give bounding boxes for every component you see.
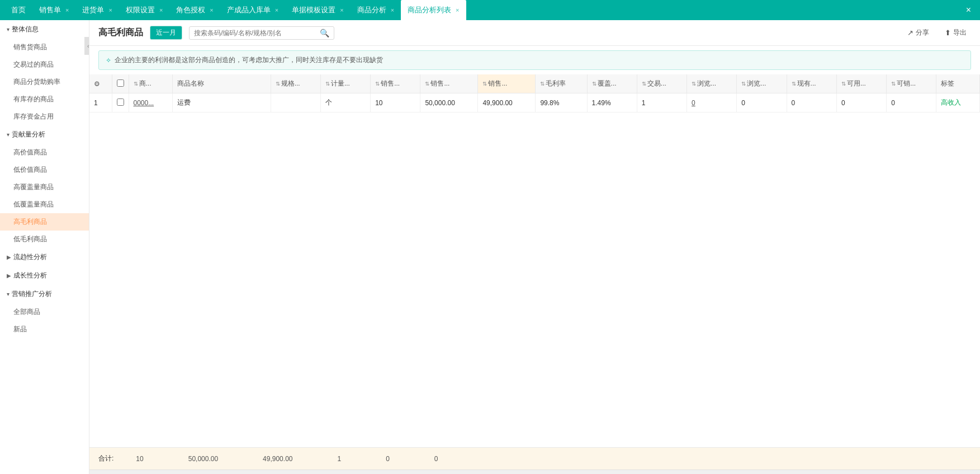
cell-saleable: 0 xyxy=(887,93,936,112)
row-checkbox[interactable] xyxy=(117,98,124,106)
header-actions: ↗ 分享 ⬆ 导出 xyxy=(903,26,971,39)
th-browse1[interactable]: ⇅浏览... xyxy=(687,74,737,93)
cell-sales3: 49,900.00 xyxy=(478,93,536,112)
cell-browse2: 0 xyxy=(737,93,787,112)
cell-sales2: 50,000.00 xyxy=(420,93,478,112)
nav-product-storage[interactable]: 产成品入库单 × xyxy=(220,0,285,20)
sidebar-section-trend[interactable]: ▶ 流趋性分析 xyxy=(0,248,89,266)
cell-unit: 个 xyxy=(320,93,370,112)
th-sales1[interactable]: ⇅销售... xyxy=(371,74,420,93)
sidebar-collapse-button[interactable]: « xyxy=(84,37,89,55)
search-icon[interactable]: 🔍 xyxy=(320,29,329,37)
search-box: 🔍 xyxy=(189,26,334,40)
cell-code[interactable]: 0000... xyxy=(129,93,173,112)
th-current[interactable]: ⇅现有... xyxy=(787,74,836,93)
sidebar-section-trend-label: 流趋性分析 xyxy=(13,252,47,262)
sidebar-section-marketing[interactable]: ▾ 营销推广分析 xyxy=(0,285,89,303)
th-sales2[interactable]: ⇅销售... xyxy=(420,74,478,93)
sidebar-item-new-goods[interactable]: 新品 xyxy=(0,321,89,338)
close-analysis-tab[interactable]: × xyxy=(391,0,394,20)
page-title: 高毛利商品 xyxy=(98,27,143,39)
export-button[interactable]: ⬆ 导出 xyxy=(940,26,971,39)
th-gross-rate[interactable]: ⇅毛利率 xyxy=(536,74,587,93)
th-code[interactable]: ⇅商... xyxy=(129,74,173,93)
nav-role[interactable]: 角色授权 × xyxy=(169,0,220,20)
th-saleable[interactable]: ⇅可销... xyxy=(887,74,936,93)
th-unit[interactable]: ⇅计量... xyxy=(320,74,370,93)
th-transaction[interactable]: ⇅交易... xyxy=(637,74,687,93)
top-navigation: 首页 销售单 × 进货单 × 权限设置 × 角色授权 × 产成品入库单 × 单据… xyxy=(0,0,980,20)
nav-home[interactable]: 首页 xyxy=(4,0,32,20)
tag-label: 高收入 xyxy=(941,98,961,106)
sidebar-item-in-stock[interactable]: 有库存的商品 xyxy=(0,91,89,108)
th-coverage[interactable]: ⇅覆盖... xyxy=(587,74,637,93)
footer-available: 0 xyxy=(386,455,390,463)
filter-recent-month-button[interactable]: 近一月 xyxy=(150,26,182,40)
sidebar-section-growth[interactable]: ▶ 成长性分析 xyxy=(0,266,89,285)
sidebar-item-all-goods[interactable]: 全部商品 xyxy=(0,303,89,321)
close-product-storage-tab[interactable]: × xyxy=(275,0,278,20)
sidebar-item-low-margin[interactable]: 低毛利商品 xyxy=(0,231,89,248)
sidebar-section-marketing-label: 营销推广分析 xyxy=(12,289,52,299)
sidebar-item-inventory-capital[interactable]: 库存资金占用 xyxy=(0,108,89,125)
cell-checkbox[interactable] xyxy=(112,93,129,112)
sidebar-item-high-coverage[interactable]: 高覆盖量商品 xyxy=(0,179,89,196)
horizontal-scrollbar[interactable] xyxy=(89,470,980,474)
data-table: ⚙ ⇅商... 商品名称 ⇅规格... xyxy=(89,74,980,112)
cell-current: 0 xyxy=(787,93,836,112)
nav-template[interactable]: 单据模板设置 × xyxy=(285,0,350,20)
th-checkbox[interactable] xyxy=(112,74,129,93)
cell-transaction: 1 xyxy=(637,93,687,112)
sidebar-section-contribution[interactable]: ▾ 贡献量分析 xyxy=(0,125,89,144)
nav-analysis-list[interactable]: 商品分析列表 × xyxy=(401,0,466,20)
close-role-tab[interactable]: × xyxy=(210,0,213,20)
nav-sales[interactable]: 销售单 × xyxy=(32,0,75,20)
close-permission-tab[interactable]: × xyxy=(159,0,163,20)
chevron-down-icon-3: ▾ xyxy=(7,291,10,297)
select-all-checkbox[interactable] xyxy=(117,79,124,87)
th-sales3[interactable]: ⇅销售... xyxy=(478,74,536,93)
th-available[interactable]: ⇅可用... xyxy=(836,74,886,93)
close-all-button[interactable]: × xyxy=(962,5,976,15)
sidebar-item-traded-goods[interactable]: 交易过的商品 xyxy=(0,56,89,73)
th-tag: 标签 xyxy=(936,74,980,93)
chevron-right-icon-2: ▶ xyxy=(7,273,11,279)
close-sales-tab[interactable]: × xyxy=(65,0,69,20)
nav-purchase[interactable]: 进货单 × xyxy=(75,0,119,20)
close-template-tab[interactable]: × xyxy=(340,0,343,20)
content-area: 高毛利商品 近一月 🔍 ↗ 分享 ⬆ 导出 ✧ 企业的主要的利润都是这部分商品创… xyxy=(89,20,980,474)
cell-index: 1 xyxy=(89,93,112,112)
close-purchase-tab[interactable]: × xyxy=(108,0,112,20)
th-settings[interactable]: ⚙ xyxy=(89,74,112,93)
th-name: 商品名称 xyxy=(173,74,271,93)
sidebar-item-low-coverage[interactable]: 低覆盖量商品 xyxy=(0,196,89,213)
sidebar-item-high-margin[interactable]: 高毛利商品 xyxy=(0,213,89,231)
footer-sales2: 50,000.00 xyxy=(188,455,218,463)
sidebar-item-high-value[interactable]: 高价值商品 xyxy=(0,144,89,161)
search-input[interactable] xyxy=(194,29,316,37)
sidebar-item-sales-goods[interactable]: 销售货商品 xyxy=(0,39,89,56)
share-icon: ↗ xyxy=(907,29,913,37)
nav-permission[interactable]: 权限设置 × xyxy=(119,0,169,20)
sidebar-section-overall[interactable]: ▾ 整体信息 xyxy=(0,20,89,39)
content-header: 高毛利商品 近一月 🔍 ↗ 分享 ⬆ 导出 xyxy=(89,20,980,46)
nav-analysis[interactable]: 商品分析 × xyxy=(351,0,401,20)
close-analysis-list-tab[interactable]: × xyxy=(456,0,459,20)
sidebar-item-purchase-rate[interactable]: 商品分货助购率 xyxy=(0,73,89,91)
table-header-row: ⚙ ⇅商... 商品名称 ⇅规格... xyxy=(89,74,980,93)
sidebar-item-low-value[interactable]: 低价值商品 xyxy=(0,161,89,179)
share-button[interactable]: ↗ 分享 xyxy=(903,26,934,39)
table-wrapper: ⚙ ⇅商... 商品名称 ⇅规格... xyxy=(89,74,980,447)
chevron-right-icon: ▶ xyxy=(7,254,11,260)
footer-sales1: 10 xyxy=(136,455,143,463)
cell-browse1[interactable]: 0 xyxy=(687,93,737,112)
cell-available: 0 xyxy=(836,93,886,112)
cell-gross-rate: 99.8% xyxy=(536,93,587,112)
footer-total-label: 合计: xyxy=(98,454,113,463)
footer-sales3: 49,900.00 xyxy=(263,455,292,463)
th-browse2[interactable]: ⇅浏览... xyxy=(737,74,787,93)
cell-tag: 高收入 xyxy=(936,93,980,112)
sidebar-section-overall-label: 整体信息 xyxy=(12,25,39,34)
settings-icon: ⚙ xyxy=(94,80,100,88)
th-spec[interactable]: ⇅规格... xyxy=(271,74,320,93)
